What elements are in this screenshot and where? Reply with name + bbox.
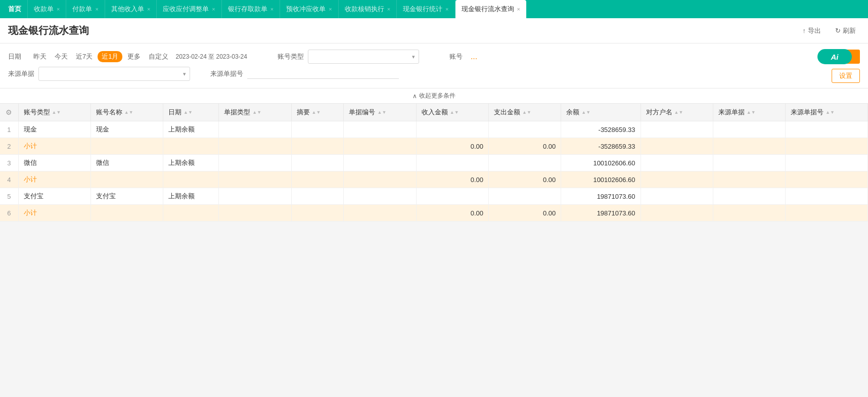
cell-balance: -3528659.33 — [561, 121, 641, 138]
collapse-button[interactable]: ∧ 收起更多条件 — [413, 92, 455, 100]
table-settings-icon[interactable]: ⚙ — [6, 108, 12, 116]
cell-account-name — [90, 171, 163, 188]
cell-balance: 100102606.60 — [561, 155, 641, 171]
sort-source-doc-icon[interactable]: ▲▼ — [747, 110, 756, 115]
cell-source-doc-no — [786, 188, 868, 205]
source-doc-input[interactable] — [38, 67, 190, 81]
cell-counterparty — [641, 121, 713, 138]
date-opt-7days[interactable]: 近7天 — [73, 51, 96, 62]
ai-button[interactable]: Ai — [817, 49, 852, 64]
export-button[interactable]: ↑ 导出 — [799, 24, 826, 37]
source-doc-no-input[interactable] — [247, 69, 399, 79]
settings-button[interactable]: 设置 — [832, 69, 860, 83]
date-opt-yesterday[interactable]: 昨天 — [30, 51, 50, 62]
close-other-income-icon[interactable]: × — [147, 6, 150, 12]
nav-tab-receipts-label: 收款单 — [34, 5, 54, 14]
sort-doc-type-icon[interactable]: ▲▼ — [252, 110, 261, 115]
nav-tab-advance[interactable]: 预收冲应收单 × — [280, 0, 338, 18]
cell-doc-no — [344, 121, 416, 138]
cell-doc-no — [344, 171, 416, 188]
sort-account-name-icon[interactable]: ▲▼ — [124, 110, 133, 115]
date-range-text: 2023-02-24 至 2023-03-24 — [175, 53, 247, 61]
cell-doc-type — [219, 171, 291, 188]
date-options: 昨天 今天 近7天 近1月 更多 自定义 — [30, 51, 171, 62]
page-title: 现金银行流水查询 — [8, 24, 89, 37]
date-opt-custom[interactable]: 自定义 — [146, 51, 171, 62]
cell-source-doc — [713, 138, 785, 155]
cell-date: 上期余额 — [163, 121, 219, 138]
filter-row-1: 日期 昨天 今天 近7天 近1月 更多 自定义 2023-02-24 至 202… — [8, 50, 831, 64]
nav-tab-adjustment[interactable]: 应收应付调整单 × — [157, 0, 221, 18]
cell-account-name: 支付宝 — [90, 188, 163, 205]
refresh-button[interactable]: ↻ 刷新 — [831, 24, 860, 37]
cell-source-doc — [713, 171, 785, 188]
close-bank-deposit-icon[interactable]: × — [270, 6, 273, 12]
close-receipts-icon[interactable]: × — [57, 6, 60, 12]
cell-income: 0.00 — [416, 205, 488, 222]
cell-balance: 100102606.60 — [561, 171, 641, 188]
cell-account-name: 现金 — [90, 121, 163, 138]
cell-account-type: 小计 — [18, 171, 90, 188]
sort-counterparty-icon[interactable]: ▲▼ — [674, 110, 683, 115]
nav-tab-verify[interactable]: 收款核销执行 × — [339, 0, 397, 18]
cell-counterparty — [641, 188, 713, 205]
table-row: 5支付宝支付宝上期余额19871073.60 — [0, 188, 868, 205]
cell-account-type: 小计 — [18, 205, 90, 222]
th-balance: 余额 ▲▼ — [561, 104, 641, 121]
th-income: 收入金额 ▲▼ — [416, 104, 488, 121]
cell-expense — [488, 155, 561, 171]
cell-summary — [291, 155, 344, 171]
th-account-type: 账号类型 ▲▼ — [18, 104, 90, 121]
account-dots-button[interactable]: ... — [468, 51, 480, 62]
account-type-input[interactable] — [308, 50, 419, 64]
cell-balance: -3528659.33 — [561, 138, 641, 155]
close-payments-icon[interactable]: × — [95, 6, 98, 12]
nav-tab-cashflow[interactable]: 现金银行流水查询 × — [455, 0, 526, 18]
cell-source-doc-no — [786, 138, 868, 155]
cell-doc-type — [219, 155, 291, 171]
sort-expense-icon[interactable]: ▲▼ — [522, 110, 531, 115]
nav-home[interactable]: 首页 — [2, 0, 28, 18]
sort-doc-no-icon[interactable]: ▲▼ — [377, 110, 386, 115]
nav-tab-verify-label: 收款核销执行 — [345, 5, 384, 14]
sort-summary-icon[interactable]: ▲▼ — [312, 110, 321, 115]
nav-tab-other-income-label: 其他收入单 — [111, 5, 144, 14]
cell-expense: 0.00 — [488, 171, 561, 188]
cell-expense — [488, 121, 561, 138]
cell-summary — [291, 138, 344, 155]
cell-source-doc-no — [786, 121, 868, 138]
nav-tab-other-income[interactable]: 其他收入单 × — [105, 0, 157, 18]
table-row: 6小计0.000.0019871073.60 — [0, 205, 868, 222]
table-body: 1现金现金上期余额-3528659.332小计0.000.00-3528659.… — [0, 121, 868, 222]
sort-source-doc-no-icon[interactable]: ▲▼ — [826, 110, 835, 115]
filter-section: 日期 昨天 今天 近7天 近1月 更多 自定义 2023-02-24 至 202… — [0, 43, 868, 89]
cell-income — [416, 188, 488, 205]
nav-tab-cashflow-label: 现金银行流水查询 — [462, 5, 514, 14]
nav-tab-bank-deposit[interactable]: 银行存取款单 × — [222, 0, 280, 18]
cell-counterparty — [641, 171, 713, 188]
filter-row-2: 来源单据 ▾ 来源单据号 — [8, 67, 831, 81]
th-summary: 摘要 ▲▼ — [291, 104, 344, 121]
date-opt-more[interactable]: 更多 — [124, 51, 144, 62]
cell-doc-no — [344, 188, 416, 205]
date-opt-today[interactable]: 今天 — [52, 51, 71, 62]
close-cashflow-icon[interactable]: × — [517, 6, 520, 12]
nav-tab-payments[interactable]: 付款单 × — [66, 0, 105, 18]
nav-tab-stats[interactable]: 现金银行统计 × — [397, 0, 455, 18]
cell-doc-no — [344, 155, 416, 171]
refresh-icon: ↻ — [835, 27, 841, 34]
close-adjustment-icon[interactable]: × — [212, 6, 215, 12]
sort-balance-icon[interactable]: ▲▼ — [581, 110, 590, 115]
sort-date-icon[interactable]: ▲▼ — [184, 110, 193, 115]
nav-tab-payments-label: 付款单 — [72, 5, 92, 14]
sort-income-icon[interactable]: ▲▼ — [450, 110, 459, 115]
nav-tab-receipts[interactable]: 收款单 × — [28, 0, 66, 18]
cell-doc-type — [219, 205, 291, 222]
date-opt-1month[interactable]: 近1月 — [98, 51, 122, 62]
close-advance-icon[interactable]: × — [329, 6, 332, 12]
close-verify-icon[interactable]: × — [387, 6, 390, 12]
close-stats-icon[interactable]: × — [445, 6, 448, 12]
cell-counterparty — [641, 205, 713, 222]
cell-date: 上期余额 — [163, 188, 219, 205]
sort-account-type-icon[interactable]: ▲▼ — [52, 110, 61, 115]
